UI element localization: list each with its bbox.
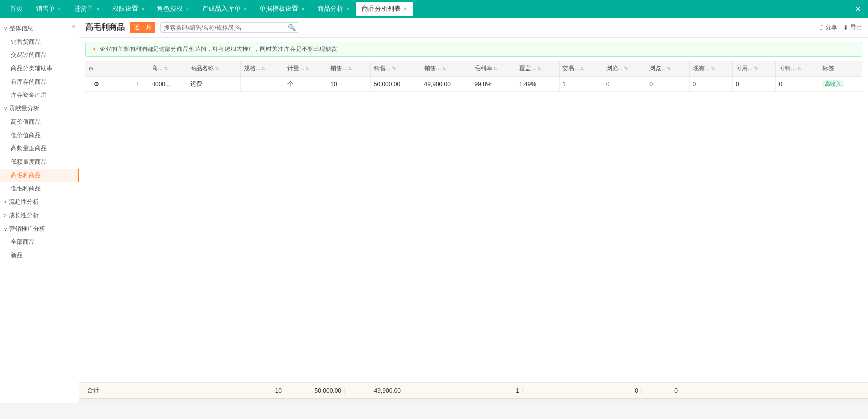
col-header-browse2[interactable]: 浏览...⇅: [646, 61, 689, 77]
nav-tab-销售单[interactable]: 销售单×: [30, 2, 67, 16]
export-button[interactable]: ⬇ 导出: [843, 23, 862, 32]
sidebar-item-sales-goods[interactable]: 销售货商品: [0, 35, 79, 48]
sidebar-group-label: 整体信息: [9, 24, 33, 33]
trade-count: 1: [560, 77, 603, 92]
sidebar-group-overall[interactable]: ∨整体信息: [0, 22, 79, 35]
sidebar-item-stock-occupy[interactable]: 库存资金占用: [0, 89, 79, 102]
tab-close-icon[interactable]: ×: [404, 6, 407, 12]
col-header-sales_cost[interactable]: 销售...⇅: [421, 61, 471, 77]
col-header-browse1[interactable]: 浏览...⇅: [603, 61, 646, 77]
col-header-settings: ⚙: [85, 61, 108, 77]
col-header-sales_qty[interactable]: 销售...⇅: [327, 61, 370, 77]
sidebar-group-wealth[interactable]: ∨贡献量分析: [0, 102, 79, 115]
col-header-code[interactable]: 商...⇅: [149, 61, 187, 77]
nav-tab-单据模板设置[interactable]: 单据模板设置×: [254, 2, 310, 16]
sidebar-item-low-value[interactable]: 低价值商品: [0, 129, 79, 142]
nav-tab-商品分析列表[interactable]: 商品分析列表×: [356, 2, 412, 16]
sidebar-item-traded-goods[interactable]: 交易过的商品: [0, 48, 79, 62]
col-header-saleable[interactable]: 可销...⇅: [776, 61, 819, 77]
tab-close-icon[interactable]: ×: [301, 6, 304, 12]
sales-qty: 10: [327, 77, 370, 92]
sidebar-item-high-value[interactable]: 高价值商品: [0, 115, 79, 129]
col-header-sales_amt[interactable]: 销售...⇅: [370, 61, 421, 77]
sort-icon: ⇅: [164, 66, 168, 71]
col-header-checkbox: [108, 61, 126, 77]
tab-close-icon[interactable]: ×: [141, 6, 144, 12]
sort-icon: ⇅: [667, 66, 671, 71]
content-header: 高毛利商品 近一月 🔍 ⤴ 分享 ⬇ 导出: [79, 18, 868, 38]
info-text: 企业的主要的利润都是这部分商品创造的，可考虑加大推广，同时关注库存是不要出现缺货: [100, 45, 337, 53]
header-actions: ⤴ 分享 ⬇ 导出: [820, 23, 862, 32]
horizontal-scrollbar[interactable]: [79, 398, 868, 403]
sidebar-item-instock-goods[interactable]: 有库存的商品: [0, 75, 79, 89]
tab-close-icon[interactable]: ×: [96, 6, 99, 12]
available-1: 0: [689, 77, 732, 92]
sort-icon: ⇅: [493, 66, 497, 71]
tab-close-icon[interactable]: ×: [244, 6, 247, 12]
main-layout: « ∨整体信息销售货商品交易过的商品商品分类辅助率有库存的商品库存资金占用∨贡献…: [0, 18, 868, 403]
col-header-available1[interactable]: 现有...⇅: [689, 61, 732, 77]
sort-icon: ⇅: [754, 66, 758, 71]
col-header-margin_rate[interactable]: 毛利率⇅: [471, 61, 516, 77]
nav-tab-商品分析[interactable]: 商品分析×: [311, 2, 355, 16]
tab-close-icon[interactable]: ×: [346, 6, 349, 12]
footer-avail2: 0: [642, 387, 681, 394]
sidebar-item-all-goods[interactable]: 全部商品: [0, 235, 79, 249]
search-icon[interactable]: 🔍: [288, 24, 296, 31]
period-button[interactable]: 近一月: [130, 22, 155, 33]
browse-count-1[interactable]: 0: [603, 77, 646, 92]
nav-tab-进货单[interactable]: 进货单×: [68, 2, 105, 16]
sidebar-item-goods-analysis[interactable]: 商品分类辅助率: [0, 62, 79, 75]
sidebar-item-low-margin[interactable]: 低毛利商品: [0, 182, 79, 195]
share-button[interactable]: ⤴ 分享: [820, 23, 837, 32]
settings-icon[interactable]: ⚙: [85, 77, 108, 92]
col-header-coverage[interactable]: 覆盖...⇅: [516, 61, 559, 77]
footer-cells: 10 50,000.00 49,900.00 1 0 0: [127, 387, 860, 394]
search-input[interactable]: [164, 24, 288, 31]
sort-icon: ⇅: [537, 66, 541, 71]
tab-close-icon[interactable]: ×: [58, 6, 61, 12]
nav-tab-产成品入库单[interactable]: 产成品入库单×: [196, 2, 253, 16]
tag-badge-text: 高收入: [822, 80, 844, 87]
nav-tab-首页[interactable]: 首页: [4, 2, 29, 16]
page-title: 高毛利商品: [85, 22, 125, 33]
sort-icon: ⇅: [580, 66, 584, 71]
goods-spec: [241, 77, 284, 92]
sidebar: « ∨整体信息销售货商品交易过的商品商品分类辅助率有库存的商品库存资金占用∨贡献…: [0, 18, 79, 403]
col-header-available2[interactable]: 可用...⇅: [733, 61, 776, 77]
top-nav-bar: 首页销售单×进货单×权限设置×角色授权×产成品入库单×单据模板设置×商品分析×商…: [0, 0, 868, 18]
sidebar-group-marketing[interactable]: ∨营销推广分析: [0, 222, 79, 235]
col-header-unit[interactable]: 计量...⇅: [284, 61, 327, 77]
nav-tab-角色授权[interactable]: 角色授权×: [151, 2, 195, 16]
sort-icon: ⇅: [797, 66, 801, 71]
table-row: ⚙☐10000...运费个1050,000.0049,900.0099.8%1.…: [85, 77, 862, 92]
sidebar-collapse-button[interactable]: «: [72, 22, 76, 30]
footer-trade: 1: [483, 387, 523, 394]
nav-tab-权限设置[interactable]: 权限设置×: [106, 2, 150, 16]
col-header-trade[interactable]: 交易...⇅: [560, 61, 603, 77]
row-checkbox[interactable]: ☐: [108, 77, 126, 92]
sidebar-item-new-goods[interactable]: 新品: [0, 249, 79, 262]
footer-sales-amt: 50,000.00: [285, 387, 345, 394]
sort-icon: ⇅: [261, 66, 265, 71]
sidebar-item-low-freq[interactable]: 低频量度商品: [0, 155, 79, 169]
content-area: 高毛利商品 近一月 🔍 ⤴ 分享 ⬇ 导出 ✦ 企业的主要的利润都是这部分商品创…: [79, 18, 868, 403]
export-icon: ⬇: [843, 24, 848, 31]
col-header-tag: 标签: [819, 61, 862, 77]
data-table: ⚙商...⇅商品名称⇅规格...⇅计量...⇅销售...⇅销售...⇅销售...…: [85, 61, 862, 92]
sales-amt: 50,000.00: [370, 77, 421, 92]
data-table-wrapper: ⚙商...⇅商品名称⇅规格...⇅计量...⇅销售...⇅销售...⇅销售...…: [79, 61, 868, 382]
available-2: 0: [733, 77, 776, 92]
close-all-tabs-button[interactable]: ✕: [852, 4, 864, 14]
col-header-spec[interactable]: 规格...⇅: [241, 61, 284, 77]
tab-close-icon[interactable]: ×: [186, 6, 189, 12]
col-header-name[interactable]: 商品名称⇅: [187, 61, 241, 77]
sort-icon: ⇅: [711, 66, 715, 71]
sidebar-item-high-margin[interactable]: 高毛利商品: [0, 169, 79, 182]
sidebar-group-growth[interactable]: >成长性分析: [0, 209, 79, 222]
sidebar-group-trend[interactable]: >流趋性分析: [0, 195, 79, 209]
sort-icon: ⇅: [442, 66, 446, 71]
sidebar-group-label: 贡献量分析: [9, 104, 39, 113]
sidebar-item-high-freq[interactable]: 高频量度商品: [0, 142, 79, 155]
row-number: 1: [126, 77, 149, 92]
